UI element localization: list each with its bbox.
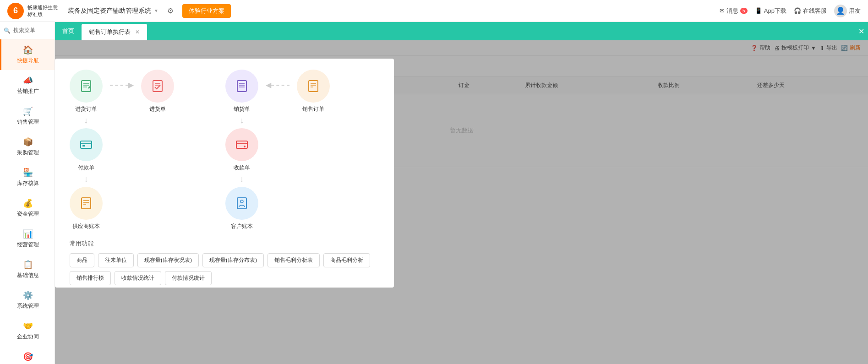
svg-rect-18 xyxy=(236,141,247,148)
flow-purchase-bill-col: 进货单 xyxy=(141,70,174,113)
purchase-bill-label: 进货单 xyxy=(149,105,166,113)
system-icon: ⚙️ xyxy=(23,290,33,300)
top-header: 6 畅康通好生意 标准版 装备及固定资产辅助管理系统 ▼ ⚙ 体验行业方案 ✉ … xyxy=(0,0,868,22)
headset-icon: 🎧 xyxy=(794,7,801,14)
down-arrow-payment: ↓ xyxy=(84,116,88,125)
sidebar-item-sales[interactable]: 🛒 销售管理 xyxy=(0,101,55,131)
func-btn-8[interactable]: 付款情况统计 xyxy=(165,271,212,285)
message-icon: ✉ xyxy=(720,7,725,14)
message-badge: 5 xyxy=(740,8,748,14)
online-service-btn[interactable]: 🎧 在线客服 xyxy=(794,7,827,15)
sales-icon: 🛒 xyxy=(23,106,33,116)
quick-guide-overlay[interactable]: 进货订单 ↓ 付款单 xyxy=(55,40,868,364)
svg-rect-6 xyxy=(82,145,85,147)
supplier-circle xyxy=(70,187,103,220)
system-dropdown-icon[interactable]: ▼ xyxy=(154,8,158,13)
sidebar-item-newbie[interactable]: 🎯 新手引导 xyxy=(0,346,55,364)
flow-node-supplier[interactable]: 供应商账本 xyxy=(70,187,103,230)
page-content: ❓ 帮助 🖨 按模板打印 ▼ ⬆ 导出 🔄 刷新 xyxy=(55,40,868,364)
purchase-order-circle xyxy=(70,70,103,103)
settings-icon[interactable]: ⚙ xyxy=(164,5,177,17)
finance-icon: 💰 xyxy=(23,198,33,208)
svg-rect-0 xyxy=(82,81,91,92)
svg-rect-21 xyxy=(237,198,246,209)
logo-area: 6 畅康通好生意 标准版 xyxy=(7,3,62,19)
tab-end-close-btn[interactable]: ✕ xyxy=(858,27,864,36)
func-btn-3[interactable]: 现存量(库存分布表) xyxy=(202,253,264,267)
marketing-icon: 📣 xyxy=(23,76,33,86)
inventory-icon: 🏪 xyxy=(23,168,33,178)
tab-bar: 首页 销售订单执行表 ✕ ✕ xyxy=(55,22,868,40)
arrow-sales-order-to-bill: ◀ xyxy=(266,81,289,89)
logo-text: 畅康通好生意 标准版 xyxy=(27,4,58,17)
header-right: ✉ 消息 5 📱 App下载 🎧 在线客服 👤 用友 xyxy=(720,5,861,17)
func-btn-1[interactable]: 往来单位 xyxy=(98,253,134,267)
newbie-icon: 🎯 xyxy=(23,352,33,362)
flow-node-customer[interactable]: 客户账本 xyxy=(225,187,258,230)
main-body: 🔍 搜索菜单 🏠 快捷导航 📣 营销推广 🛒 销售管理 📦 采购管理 🏪 xyxy=(0,22,868,364)
flow-diagram: 进货订单 ↓ 付款单 xyxy=(70,70,379,230)
svg-rect-11 xyxy=(153,81,162,92)
flow-node-sales-bill[interactable]: 销货单 xyxy=(225,70,258,113)
sidebar-item-inventory[interactable]: 🏪 库存核算 xyxy=(0,162,55,193)
basic-icon: 📋 xyxy=(23,260,33,270)
func-btn-5[interactable]: 商品毛利分析 xyxy=(323,253,370,267)
sidebar-item-enterprise[interactable]: 🤝 企业协同 xyxy=(0,315,55,346)
receipt-circle xyxy=(225,128,258,161)
sidebar-item-quick-nav[interactable]: 🏠 快捷导航 xyxy=(0,39,55,70)
sidebar-item-system[interactable]: ⚙️ 系统管理 xyxy=(0,285,55,315)
func-buttons-row2: 销售排行榜 收款情况统计 付款情况统计 xyxy=(70,271,379,285)
func-buttons: 商品 往来单位 现存量(库存状况表) 现存量(库存分布表) 销售毛利分析表 商品… xyxy=(70,253,379,267)
down-arrow-receipt: ↓ xyxy=(240,116,244,125)
supplier-label: 供应商账本 xyxy=(72,223,100,230)
sidebar-item-operation[interactable]: 📊 经营管理 xyxy=(0,223,55,254)
operation-icon: 📊 xyxy=(23,229,33,239)
svg-point-20 xyxy=(244,146,246,147)
enterprise-icon: 🤝 xyxy=(23,321,33,331)
payment-circle xyxy=(70,128,103,161)
tab-sales-order[interactable]: 销售订单执行表 ✕ xyxy=(82,24,147,40)
flow-node-receipt[interactable]: 收款单 xyxy=(225,128,258,172)
func-btn-4[interactable]: 销售毛利分析表 xyxy=(267,253,320,267)
app-download-btn[interactable]: 📱 App下载 xyxy=(755,7,786,15)
func-btn-7[interactable]: 收款情况统计 xyxy=(115,271,161,285)
trial-button[interactable]: 体验行业方案 xyxy=(182,4,231,18)
purchase-order-label: 进货订单 xyxy=(75,105,97,113)
message-btn[interactable]: ✉ 消息 5 xyxy=(720,7,748,15)
flow-node-payment[interactable]: 付款单 xyxy=(70,128,103,172)
func-btn-2[interactable]: 现存量(库存状况表) xyxy=(137,253,199,267)
sidebar-item-purchase[interactable]: 📦 采购管理 xyxy=(0,131,55,162)
svg-rect-23 xyxy=(309,81,318,92)
search-menu-btn[interactable]: 🔍 搜索菜单 xyxy=(0,22,55,39)
sales-order-node-label: 销售订单 xyxy=(302,105,324,113)
sales-order-circle xyxy=(297,70,330,103)
avatar: 👤 xyxy=(834,5,847,17)
svg-rect-4 xyxy=(81,141,92,148)
sidebar-item-marketing[interactable]: 📣 营销推广 xyxy=(0,70,55,101)
flow-node-purchase-bill[interactable]: 进货单 xyxy=(141,70,174,113)
flow-node-sales-order[interactable]: 销售订单 xyxy=(297,70,330,113)
down-arrow-supplier: ↓ xyxy=(84,174,88,184)
tab-home[interactable]: 首页 xyxy=(55,22,82,40)
flow-sales-bill-col: 销货单 ↓ 收款单 ↓ xyxy=(225,70,258,230)
down-arrow-customer: ↓ xyxy=(240,174,244,184)
quick-panel: 进货订单 ↓ 付款单 xyxy=(55,59,394,288)
user-avatar-btn[interactable]: 👤 用友 xyxy=(834,5,861,17)
arrow-purchase-order-to-bill: ▶ xyxy=(110,81,134,89)
func-btn-6[interactable]: 销售排行榜 xyxy=(70,271,111,285)
func-btn-0[interactable]: 商品 xyxy=(70,253,94,267)
tab-close-icon[interactable]: ✕ xyxy=(135,29,140,35)
svg-rect-14 xyxy=(237,81,246,92)
sidebar-item-basic[interactable]: 📋 基础信息 xyxy=(0,254,55,285)
purchase-icon: 📦 xyxy=(23,137,33,147)
phone-icon: 📱 xyxy=(755,7,762,14)
customer-circle xyxy=(225,187,258,220)
svg-point-22 xyxy=(240,200,243,203)
payment-label: 付款单 xyxy=(78,164,94,172)
system-title: 装备及固定资产辅助管理系统 ▼ xyxy=(68,7,158,15)
customer-label: 客户账本 xyxy=(231,223,253,230)
home-icon: 🏠 xyxy=(23,45,33,55)
flow-sales-order-col: 销售订单 xyxy=(297,70,330,113)
sidebar-item-finance[interactable]: 💰 资金管理 xyxy=(0,193,55,223)
flow-node-purchase-order[interactable]: 进货订单 xyxy=(70,70,103,113)
